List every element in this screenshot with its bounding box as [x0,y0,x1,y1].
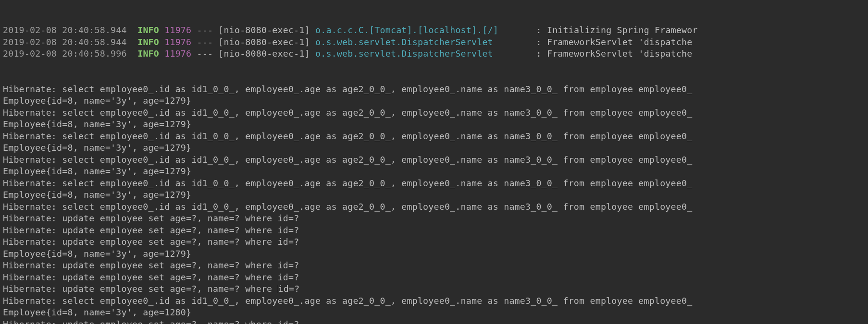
log-line: Hibernate: update employee set age=?, na… [3,260,865,272]
log-level: INFO [137,37,159,47]
log-dash: --- [197,48,213,59]
log-ts: 2019-02-08 20:40:58.944 [3,25,127,35]
log-line: Hibernate: update employee set age=?, na… [3,236,865,248]
log-line: Hibernate: select employee0_.id as id1_0… [3,84,865,96]
log-separator: : [536,48,547,59]
log-thread: [nio-8080-exec-1] [218,48,310,59]
log-text: Employee{id=8, name='3y', age=1279} [3,190,191,200]
log-text: Hibernate: update employee set age=?, na… [3,272,299,282]
log-level: INFO [137,25,159,35]
log-pid: 11976 [164,48,191,59]
log-line: Hibernate: update employee set age=?, na… [3,213,865,225]
log-line: Hibernate: update employee set age=?, na… [3,283,865,295]
console-output[interactable]: 2019-02-08 20:40:58.944 INFO 11976 --- [… [0,0,868,324]
log-line: Employee{id=8, name='3y', age=1280} [3,307,865,319]
log-logger: o.s.web.servlet.DispatcherServlet [315,37,531,47]
log-text: Employee{id=8, name='3y', age=1279} [3,119,191,129]
log-text: Hibernate: update employee set age=?, na… [3,213,299,223]
log-line: Hibernate: select employee0_.id as id1_0… [3,154,865,166]
log-line: Hibernate: update employee set age=?, na… [3,225,865,237]
log-text: Hibernate: select employee0_.id as id1_0… [3,178,692,188]
log-line: Hibernate: select employee0_.id as id1_0… [3,131,865,143]
log-separator: : [536,25,547,35]
log-ts: 2019-02-08 20:40:58.944 [3,37,127,47]
log-line: Employee{id=8, name='3y', age=1279} [3,166,865,178]
log-logger: o.a.c.c.C.[Tomcat].[localhost].[/] [315,25,531,35]
log-text: Hibernate: select employee0_.id as id1_0… [3,108,692,118]
log-dash: --- [197,37,213,47]
log-text: Hibernate: update employee set age=?, na… [3,319,299,324]
log-text: Employee{id=8, name='3y', age=1279} [3,249,191,259]
log-msg: Initializing Spring Framewor [547,25,698,35]
log-dash: --- [197,25,213,35]
log-line: Hibernate: select employee0_.id as id1_0… [3,107,865,119]
log-line: Hibernate: update employee set age=?, na… [3,272,865,284]
log-text: Employee{id=8, name='3y', age=1280} [3,307,191,317]
log-text: Hibernate: update employee set age=?, na… [3,260,299,270]
log-thread: [nio-8080-exec-1] [218,37,310,47]
log-line: 2019-02-08 20:40:58.944 INFO 11976 --- [… [3,36,865,48]
log-line: Employee{id=8, name='3y', age=1279} [3,248,865,260]
log-text: Hibernate: select employee0_.id as id1_0… [3,202,692,212]
log-text-after: id=? [278,284,300,294]
log-msg: FrameworkServlet 'dispatche [547,37,693,47]
log-pid: 11976 [164,37,191,47]
log-line: Hibernate: select employee0_.id as id1_0… [3,201,865,213]
log-thread: [nio-8080-exec-1] [218,25,310,35]
log-line: Employee{id=8, name='3y', age=1279} [3,142,865,154]
log-line: Hibernate: select employee0_.id as id1_0… [3,295,865,307]
log-level: INFO [137,48,159,59]
log-line: Employee{id=8, name='3y', age=1279} [3,119,865,131]
log-text: Hibernate: update employee set age=?, na… [3,284,278,294]
log-line: 2019-02-08 20:40:58.944 INFO 11976 --- [… [3,24,865,36]
log-text: Hibernate: update employee set age=?, na… [3,225,299,235]
log-text: Hibernate: select employee0_.id as id1_0… [3,296,692,306]
log-separator: : [536,37,547,47]
log-line: Employee{id=8, name='3y', age=1279} [3,95,865,107]
log-text: Hibernate: select employee0_.id as id1_0… [3,131,692,141]
log-text: Employee{id=8, name='3y', age=1279} [3,166,191,176]
log-line: Employee{id=8, name='3y', age=1279} [3,189,865,201]
log-text: Hibernate: update employee set age=?, na… [3,237,299,247]
log-line: Hibernate: update employee set age=?, na… [3,319,865,324]
log-logger: o.s.web.servlet.DispatcherServlet [315,48,531,59]
log-text: Hibernate: select employee0_.id as id1_0… [3,155,692,165]
log-msg: FrameworkServlet 'dispatche [547,48,693,59]
log-line: 2019-02-08 20:40:58.996 INFO 11976 --- [… [3,48,865,60]
log-ts: 2019-02-08 20:40:58.996 [3,48,127,59]
log-text: Employee{id=8, name='3y', age=1279} [3,96,191,106]
log-line: Hibernate: select employee0_.id as id1_0… [3,178,865,190]
log-text: Hibernate: select employee0_.id as id1_0… [3,84,692,94]
log-text: Employee{id=8, name='3y', age=1279} [3,143,191,153]
log-pid: 11976 [164,25,191,35]
